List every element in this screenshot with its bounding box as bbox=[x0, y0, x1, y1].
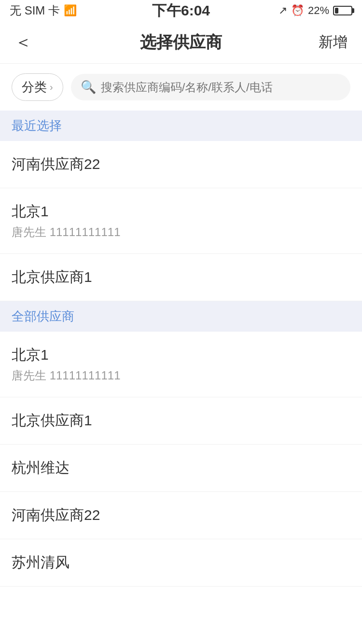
item-sub: 唐先生 11111111111 bbox=[12, 224, 350, 240]
item-name: 河南供应商22 bbox=[12, 505, 350, 525]
item-name: 北京供应商1 bbox=[12, 267, 350, 287]
item-name: 北京供应商1 bbox=[12, 411, 350, 431]
status-right: ↗ ⏰ 22% bbox=[278, 4, 352, 17]
recent-items-list: 河南供应商22北京1唐先生 11111111111北京供应商1 bbox=[0, 141, 362, 301]
item-name: 河南供应商22 bbox=[12, 154, 350, 174]
all-list-item[interactable]: 杭州维达 bbox=[0, 445, 362, 492]
all-list-item[interactable]: 苏州清风 bbox=[0, 539, 362, 587]
category-filter-button[interactable]: 分类 › bbox=[12, 73, 63, 101]
wifi-icon: 📶 bbox=[64, 4, 77, 17]
status-bar: 无 SIM 卡 📶 下午6:04 ↗ ⏰ 22% bbox=[0, 0, 362, 21]
add-button[interactable]: 新增 bbox=[319, 32, 348, 52]
search-input-wrap: 🔍 bbox=[71, 74, 350, 100]
alarm-icon: ⏰ bbox=[291, 4, 304, 17]
battery-percent: 22% bbox=[308, 4, 329, 17]
recent-list-item[interactable]: 河南供应商22 bbox=[0, 141, 362, 188]
location-icon: ↗ bbox=[278, 4, 287, 17]
all-section-title: 全部供应商 bbox=[12, 309, 74, 323]
item-sub: 唐先生 11111111111 bbox=[12, 368, 350, 383]
recent-list-item[interactable]: 北京1唐先生 11111111111 bbox=[0, 188, 362, 254]
chevron-right-icon: › bbox=[50, 82, 53, 93]
all-items-list: 北京1唐先生 11111111111北京供应商1杭州维达河南供应商22苏州清风 bbox=[0, 332, 362, 587]
all-list-item[interactable]: 河南供应商22 bbox=[0, 492, 362, 539]
recent-section-title: 最近选择 bbox=[12, 118, 62, 133]
item-name: 北京1 bbox=[12, 345, 350, 365]
back-button[interactable]: ＜ bbox=[14, 30, 43, 54]
status-left: 无 SIM 卡 📶 bbox=[10, 3, 77, 18]
page-title: 选择供应商 bbox=[43, 31, 319, 54]
search-icon: 🔍 bbox=[81, 80, 96, 95]
category-label: 分类 bbox=[22, 79, 47, 96]
battery-fill bbox=[335, 8, 338, 14]
recent-list-item[interactable]: 北京供应商1 bbox=[0, 254, 362, 301]
all-section-header: 全部供应商 bbox=[0, 301, 362, 332]
recent-section-header: 最近选择 bbox=[0, 111, 362, 141]
item-name: 北京1 bbox=[12, 202, 350, 222]
battery-bar bbox=[333, 6, 352, 15]
nav-bar: ＜ 选择供应商 新增 bbox=[0, 21, 362, 64]
item-name: 苏州清风 bbox=[12, 553, 350, 573]
item-name: 杭州维达 bbox=[12, 458, 350, 478]
search-filter-bar: 分类 › 🔍 bbox=[0, 64, 362, 111]
sim-label: 无 SIM 卡 bbox=[10, 3, 60, 18]
all-list-item[interactable]: 北京1唐先生 11111111111 bbox=[0, 332, 362, 397]
all-list-item[interactable]: 北京供应商1 bbox=[0, 397, 362, 445]
status-time: 下午6:04 bbox=[152, 1, 210, 21]
search-input[interactable] bbox=[101, 81, 341, 94]
